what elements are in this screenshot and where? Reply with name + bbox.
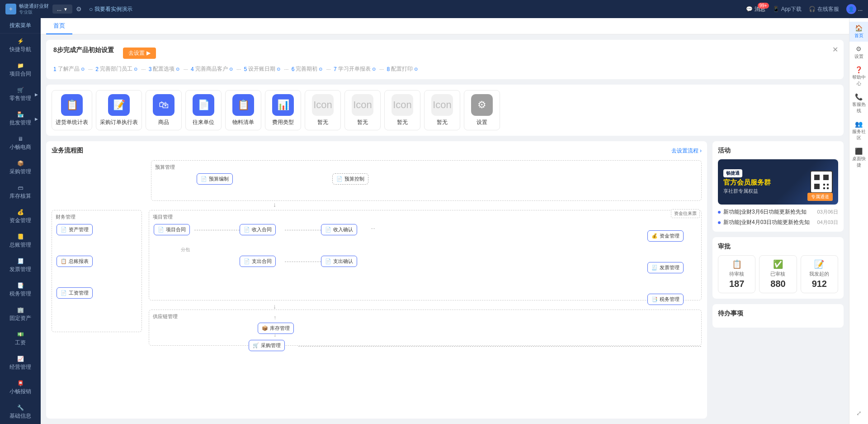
payroll-mgmt-node[interactable]: 📄 工资管理 (57, 287, 93, 299)
sidebar-item-invoice[interactable]: 🧾 发票管理 (0, 253, 41, 278)
sidebar-item-purchase[interactable]: 📦 采购管理 (0, 156, 41, 180)
step-1[interactable]: 1 了解产品 ⊙ (53, 65, 85, 73)
sidebar-item-finance[interactable]: 💰 资金管理 (0, 205, 41, 229)
quick-icon-stock-stat[interactable]: 📋 进货单统计表 (52, 90, 92, 130)
message-button[interactable]: 💬 消息 99+ (746, 5, 765, 13)
dock-item-help[interactable]: ❓ 帮助中心 (849, 63, 868, 90)
sidebar-item-project[interactable]: 📁 项目合同 (0, 58, 41, 82)
sidebar-search[interactable]: 搜索菜单 (0, 18, 41, 33)
tax-mgmt-label: 税务管理 (660, 296, 679, 303)
sidebar-item-expense[interactable]: 📮 小畅报销 (0, 376, 41, 400)
ledger-report-node[interactable]: 📋 总账报表 (57, 256, 93, 267)
setup-go-button[interactable]: 去设置 ▶ (123, 48, 156, 59)
tabbar: 首页 (41, 18, 849, 34)
online-service-button[interactable]: 🎧 在线客服 (809, 5, 839, 13)
approval-title: 审批 (718, 243, 838, 251)
expense-confirm-node[interactable]: 📄 支出确认 (321, 256, 357, 267)
expense-contract-label: 支出合同 (252, 258, 272, 265)
step-6[interactable]: 6 完善期初 ⊙ (292, 65, 323, 73)
sidebar-label-fixed-assets: 固定资产 (9, 314, 31, 322)
purchase-mgmt-icon: 🛒 (253, 343, 259, 348)
sidebar-item-shortcut[interactable]: ⚡ 快捷导航 (0, 33, 41, 58)
quick-icon-expense-type[interactable]: 📊 费用类型 (265, 90, 301, 130)
service-label: 在线客服 (817, 5, 839, 13)
sidebar-item-ecommerce[interactable]: 🖥 小畅电商 (0, 131, 41, 156)
flow-setting-link[interactable]: 去设置流程 › (671, 147, 702, 155)
tax-mgmt-node[interactable]: 📑 税务管理 (647, 294, 684, 305)
approval-card-pending[interactable]: 📋 待审核 187 (718, 255, 755, 293)
dock-item-desktop[interactable]: ⬛ 桌面快捷 (849, 145, 868, 171)
step-8[interactable]: 8 配置打印 ⊙ (387, 65, 418, 73)
sidebar-item-operation[interactable]: 📈 经营管理 (0, 351, 41, 376)
step-4[interactable]: 4 完善商品客户 ⊙ (191, 65, 233, 73)
quick-icon-stock-stat-label: 进货单统计表 (56, 119, 88, 126)
quick-icon-goods-label: 商品 (158, 119, 169, 126)
capital-mgmt-node[interactable]: 💰 资金管理 (647, 230, 684, 242)
expense-contract-node[interactable]: 📄 支出合同 (240, 256, 276, 267)
dock-item-community[interactable]: 👥 服务社区 (849, 118, 868, 144)
quick-icon-bom[interactable]: 📋 物料清单 (225, 90, 261, 130)
topbar-settings-icon[interactable]: ⚙ (76, 5, 82, 13)
svg-rect-1 (823, 175, 829, 180)
approval-card-mine[interactable]: 📝 我发起的 912 (801, 255, 838, 293)
sidebar-item-sales[interactable]: 🛒 零售管理 ▶ (0, 82, 41, 107)
quick-icon-goods[interactable]: 🛍 商品 (146, 90, 182, 130)
sidebar-item-payroll[interactable]: 💵 工资 (0, 327, 41, 351)
dock-item-hotline[interactable]: 📞 客服热线 (849, 91, 868, 117)
quick-icon-settings-icon: ⚙ (471, 94, 493, 116)
sidebar-item-wholesale[interactable]: 🏪 批发管理 ▶ (0, 107, 41, 131)
step-5[interactable]: 5 设开账日期 ⊙ (244, 65, 280, 73)
step-7[interactable]: 7 学习开单报表 ⊙ (334, 65, 376, 73)
quick-icon-po-exec[interactable]: 📝 采购订单执行表 (96, 90, 142, 130)
setup-close-button[interactable]: ✕ (832, 45, 838, 54)
main-layout: 搜索菜单 ⚡ 快捷导航 📁 项目合同 🛒 零售管理 ▶ 🏪 批发管理 ▶ 🖥 小… (0, 18, 868, 424)
asset-mgmt-node[interactable]: 📄 资产管理 (57, 224, 93, 235)
news-item-0[interactable]: 新功能|业财3月6日功能更新抢先知 03月06日 (718, 208, 838, 216)
dock-desktop-icon: ⬛ (855, 148, 863, 155)
quick-icon-empty2[interactable]: Icon 暂无 (344, 90, 381, 130)
arrow-up-inventory: ↑ (274, 314, 276, 321)
dock-expand-button[interactable]: ⤢ (856, 406, 862, 420)
sidebar-item-ledger[interactable]: 📒 总账管理 (0, 229, 41, 253)
activity-join-button[interactable]: 专属通道 (807, 193, 833, 201)
quick-icon-empty4[interactable]: Icon 暂无 (424, 90, 460, 130)
company-selector[interactable]: ... ▼ (52, 5, 72, 14)
quick-icons-panel: 📋 进货单统计表 📝 采购订单执行表 🛍 商品 📄 往来单位 (46, 85, 844, 136)
ledger-report-icon: 📋 (61, 258, 67, 264)
arrow-down-supply: ↓ (273, 303, 276, 310)
income-contract-node[interactable]: 📄 收入合同 (240, 224, 276, 235)
budget-ctrl-node[interactable]: 📄 预算控制 (332, 173, 368, 185)
demo-link[interactable]: ○ 我要看实例演示 (89, 5, 132, 13)
sidebar-item-tax[interactable]: 📑 税务管理 (0, 278, 41, 302)
app-download-button[interactable]: 📱 App下载 (773, 5, 802, 13)
dock-item-home[interactable]: 🏠 首页 (849, 22, 868, 42)
news-dot-1 (718, 221, 721, 224)
quick-icon-empty3[interactable]: Icon 暂无 (384, 90, 420, 130)
quick-icon-po-exec-icon: 📝 (108, 94, 130, 116)
budget-draft-node[interactable]: 📄 预算编制 (197, 173, 233, 185)
step-3[interactable]: 3 配置选项 ⊙ (149, 65, 180, 73)
invoice-mgmt-node[interactable]: 🧾 发票管理 (647, 262, 684, 273)
user-avatar[interactable]: 👤 ... (846, 4, 863, 14)
sidebar-item-fixed-assets[interactable]: 🏢 固定资产 (0, 302, 41, 327)
quick-icon-bom-label: 物料清单 (232, 119, 254, 126)
project-contract-node[interactable]: 📄 项目合同 (154, 224, 190, 235)
asset-mgmt-icon: 📄 (61, 227, 67, 233)
sidebar-item-basic[interactable]: 🔧 基础信息 (0, 400, 41, 424)
line-expense-confirm (285, 262, 321, 262)
step-2[interactable]: 2 完善部门员工 ⊙ (95, 65, 137, 73)
news-item-1[interactable]: 新功能|业财4月03日功能更新抢先知 04月03日 (718, 219, 838, 226)
quick-icon-empty1[interactable]: Icon 暂无 (305, 90, 341, 130)
approval-done-icon: ✅ (763, 259, 793, 269)
purchase-mgmt-node[interactable]: 🛒 采购管理 (249, 340, 285, 351)
dock-item-settings[interactable]: ⚙ 设置 (849, 43, 868, 62)
svg-rect-4 (827, 184, 829, 186)
quick-icon-partner[interactable]: 📄 往来单位 (185, 90, 222, 130)
approval-card-done[interactable]: ✅ 已审核 880 (759, 255, 797, 293)
income-confirm-node[interactable]: 📄 收入确认 (321, 224, 357, 235)
sidebar-item-inventory[interactable]: 🗃 库存核算 (0, 180, 41, 205)
quick-icon-settings[interactable]: ⚙ 设置 (464, 90, 500, 130)
tab-home[interactable]: 首页 (46, 18, 72, 34)
finance-group: 财务管理 📄 资产管理 📋 总账报表 📄 (52, 210, 142, 332)
supply-chain-label: 供应链管理 (153, 314, 178, 319)
